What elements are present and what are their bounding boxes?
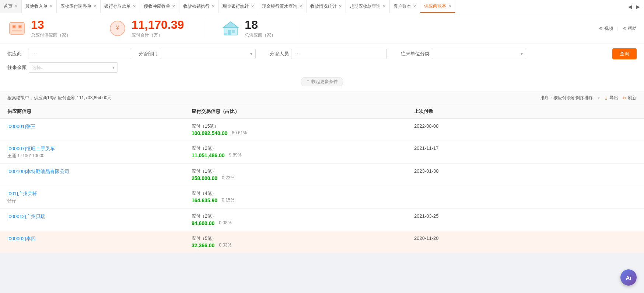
export-button[interactable]: ⤓ 导出 <box>604 95 618 101</box>
tab-cash-stat[interactable]: 现金银行统计 ✕ <box>219 0 258 13</box>
col-last-pay: 上次付数 <box>414 108 637 115</box>
supplier-filter-input[interactable]: ··· <box>28 49 131 59</box>
tab-receipt-stat-close[interactable]: ✕ <box>339 4 342 9</box>
tab-supplier-ledger-close[interactable]: ✕ <box>448 4 451 8</box>
person-input-dots: ··· <box>294 51 301 57</box>
tab-bank-deposit-close[interactable]: ✕ <box>133 4 136 9</box>
supplier-link[interactable]: [000001]张三 <box>7 124 36 129</box>
tab-receipt-stat-label: 收款情况统计 <box>310 3 337 10</box>
table-body: [000001]张三 应付（15笔） 100,092,540.00 89.61%… <box>0 119 644 253</box>
tab-receipt-exec-label: 收款核销执行 <box>183 3 210 10</box>
tab-ar-adjust[interactable]: 应收应付调整单 ✕ <box>57 0 101 13</box>
person-filter-input[interactable]: ··· <box>291 49 387 59</box>
result-text: 搜索结果中，供应商13家 应付金额 111,703,854.00元 <box>7 95 112 101</box>
total-payable-label: 应付合计（万） <box>132 32 184 38</box>
tab-supplier-ledger[interactable]: 供应商账本 ✕ <box>420 0 455 13</box>
tab-overdue-query-close[interactable]: ✕ <box>382 4 386 9</box>
tab-prepaid-ar-close[interactable]: ✕ <box>172 4 175 9</box>
supplier-info-cell: [000002]李四 <box>7 235 192 243</box>
tab-prepaid-ar[interactable]: 预收冲应收单 ✕ <box>140 0 179 13</box>
supplier-info-cell: [000001]张三 <box>7 123 192 131</box>
dept-filter-input[interactable]: ▾ <box>160 49 256 59</box>
tx-percent: 0.08% <box>219 220 231 225</box>
tx-amount[interactable]: 11,051,486.00 <box>192 152 225 158</box>
tx-amount[interactable]: 258,000.00 <box>192 175 217 181</box>
tx-label: 应付（2笔） <box>192 213 414 220</box>
supplier-link[interactable]: [000007]恒旺二手叉车 <box>7 146 55 151</box>
tab-customer-ledger[interactable]: 客户账本 ✕ <box>390 0 420 13</box>
tx-amount-row: 164,635.90 0.15% <box>192 197 414 203</box>
refresh-button[interactable]: ↻ 刷新 <box>623 95 637 101</box>
tx-label: 应付（1笔） <box>192 168 414 175</box>
table-area: 供应商信息 应付交易信息（占比） 上次付数 [000001]张三 应付（15笔）… <box>0 104 644 253</box>
balance-filter-label: 往来余额 <box>7 64 27 71</box>
filter-area: 供应商 ··· 分管部门 ▾ 分管人员 ··· 往来单位分类 ▾ <box>0 44 644 92</box>
category-filter-label: 往来单位分类 <box>401 51 430 57</box>
svg-rect-11 <box>232 30 235 33</box>
tab-ar-adjust-close[interactable]: ✕ <box>93 4 97 9</box>
tx-amount-row: 258,000.00 0.23% <box>192 175 414 181</box>
tx-amount[interactable]: 94,600.00 <box>192 220 214 226</box>
result-bar: 搜索结果中，供应商13家 应付金额 111,703,854.00元 排序：按应付… <box>0 92 644 104</box>
supplier-link[interactable]: [001]广州荣轩 <box>7 191 37 196</box>
dept-chevron-icon: ▾ <box>250 51 252 56</box>
tab-other-income-label: 其他收入单 <box>25 3 48 10</box>
top-navigation: 首页 ✕ 其他收入单 ✕ 应收应付调整单 ✕ 银行存取款单 ✕ 预收冲应收单 ✕… <box>0 0 644 13</box>
table-row: [000007]恒旺二手叉车 王通 17106110000 应付（2笔） 11,… <box>0 141 644 164</box>
supplier-link[interactable]: [000002]李四 <box>7 236 36 241</box>
tab-receipt-exec[interactable]: 收款核销执行 ✕ <box>179 0 219 13</box>
chevron-up-icon: ⌃ <box>306 79 310 85</box>
tab-home-close[interactable]: ✕ <box>14 4 18 9</box>
all-suppliers-value: 18 <box>245 18 276 31</box>
tx-percent: 9.89% <box>229 152 242 158</box>
tx-amount[interactable]: 32,366.00 <box>192 242 214 248</box>
balance-filter-input[interactable]: 选择... ▾ <box>29 62 118 73</box>
tab-home[interactable]: 首页 ✕ <box>0 0 22 13</box>
nav-prev-arrow[interactable]: ◀ <box>626 3 634 10</box>
tab-other-income-close[interactable]: ✕ <box>49 4 53 9</box>
refresh-label: 刷新 <box>628 95 637 101</box>
tab-cash-query-close[interactable]: ✕ <box>299 4 302 9</box>
tab-customer-ledger-close[interactable]: ✕ <box>413 4 416 9</box>
tab-other-income[interactable]: 其他收入单 ✕ <box>22 0 57 13</box>
table-header: 供应商信息 应付交易信息（占比） 上次付数 <box>0 104 644 119</box>
category-chevron-icon: ▾ <box>521 51 523 56</box>
search-button[interactable]: 查询 <box>612 48 637 59</box>
nav-next-arrow[interactable]: ▶ <box>634 3 642 10</box>
tx-amount[interactable]: 100,092,540.00 <box>192 130 227 136</box>
col-tx-info: 应付交易信息（占比） <box>192 108 414 115</box>
stats-bar: 13 总应付供应商（家） ¥ 11,170.39 应付合计（万） <box>0 13 644 44</box>
supplier-sub-info: 王通 17106110000 <box>7 153 192 159</box>
filter-person: 分管人员 ··· <box>270 49 395 59</box>
table-row: [001]广州荣轩 仔仔 应付（4笔） 164,635.90 0.15% <box>0 186 644 209</box>
tab-receipt-stat[interactable]: 收款情况统计 ✕ <box>307 0 346 13</box>
help-link[interactable]: ⊙ 帮助 <box>623 25 637 32</box>
collapse-button[interactable]: ⌃ 收起更多条件 <box>301 77 343 86</box>
tx-label: 应付（4笔） <box>192 190 414 197</box>
sort-label[interactable]: 排序：按应付余额倒序排序 <box>540 95 593 101</box>
supplier-link[interactable]: [000012]广州贝瑞 <box>7 214 45 219</box>
table-row: [000002]李四 应付（5笔） 32,366.00 0.03% 2020-1… <box>0 231 644 253</box>
tab-cash-query[interactable]: 现金银行流水查询 ✕ <box>258 0 307 13</box>
svg-text:¥: ¥ <box>116 25 119 31</box>
tab-receipt-exec-close[interactable]: ✕ <box>211 4 215 9</box>
svg-point-5 <box>19 25 21 28</box>
supplier-sub-info: 仔仔 <box>7 198 192 204</box>
tab-bank-deposit[interactable]: 银行存取款单 ✕ <box>101 0 140 13</box>
svg-rect-0 <box>10 23 24 34</box>
supplier-link[interactable]: [000100]本特勤油品有限公司 <box>7 169 69 174</box>
tx-amount[interactable]: 164,635.90 <box>192 197 217 203</box>
last-pay-cell: 2021-03-25 <box>414 213 637 219</box>
total-suppliers-value: 13 <box>31 18 71 31</box>
tab-cash-stat-close[interactable]: ✕ <box>251 4 254 9</box>
total-suppliers-label: 总应付供应商（家） <box>31 32 71 38</box>
video-link[interactable]: ⊙ 视频 <box>599 25 613 32</box>
export-icon: ⤓ <box>604 96 608 101</box>
stat-total-payable: ¥ 11,170.39 应付合计（万） <box>108 18 206 38</box>
filter-dept: 分管部门 ▾ <box>139 49 264 59</box>
category-filter-input[interactable]: ▾ <box>432 49 526 59</box>
all-suppliers-content: 18 总供应商（家） <box>245 18 276 38</box>
tab-overdue-query[interactable]: 超期应收款查询 ✕ <box>346 0 390 13</box>
last-pay-cell: 2023-01-30 <box>414 168 637 174</box>
total-payable-value: 11,170.39 <box>132 18 184 31</box>
